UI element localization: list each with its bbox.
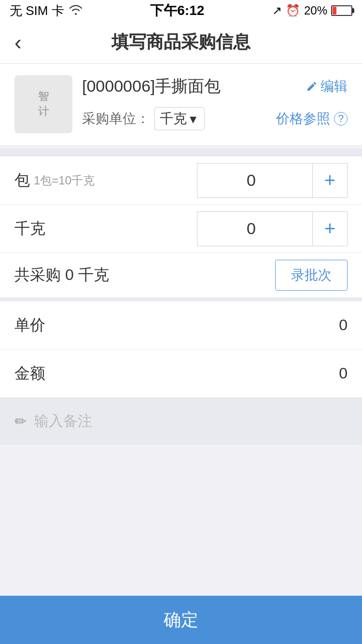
note-placeholder-text: 输入备注 bbox=[34, 411, 92, 431]
alarm-icon: ⏰ bbox=[286, 4, 300, 17]
help-icon: ? bbox=[334, 112, 348, 126]
pencil-icon: ✏ bbox=[14, 413, 27, 430]
product-name: [0000006]手撕面包 bbox=[82, 75, 221, 98]
kg-input-row: 千克 + bbox=[0, 205, 362, 253]
amount-label: 金额 bbox=[14, 363, 45, 384]
product-name-row: [0000006]手撕面包 编辑 bbox=[82, 75, 348, 98]
product-logo: 智 计 bbox=[38, 89, 49, 119]
wifi-icon bbox=[69, 3, 83, 18]
back-button[interactable]: ‹ bbox=[14, 32, 22, 53]
status-right: ↗ ⏰ 20% bbox=[272, 4, 352, 17]
battery-icon bbox=[331, 5, 352, 16]
bag-plus-button[interactable]: + bbox=[313, 163, 348, 198]
page-title: 填写商品采购信息 bbox=[111, 30, 251, 54]
nav-bar: ‹ 填写商品采购信息 bbox=[0, 21, 362, 64]
amount-value: 0 bbox=[339, 364, 348, 382]
bag-input-row: 包 1包=10千克 + bbox=[0, 156, 362, 205]
status-time: 下午6:12 bbox=[150, 1, 204, 20]
confirm-button[interactable]: 确定 bbox=[0, 596, 362, 644]
confirm-button-label: 确定 bbox=[164, 608, 198, 632]
quantity-input-section: 包 1包=10千克 + 千克 + bbox=[0, 156, 362, 253]
product-card: 智 计 [0000006]手撕面包 编辑 采购单位： 千克 ▾ bbox=[0, 64, 362, 149]
location-icon: ↗ bbox=[272, 4, 282, 17]
battery-pct: 20% bbox=[304, 4, 327, 17]
section-divider-1 bbox=[0, 149, 362, 156]
unit-row: 采购单位： 千克 ▾ 价格参照 ? bbox=[82, 107, 348, 130]
product-info: [0000006]手撕面包 编辑 采购单位： 千克 ▾ 价格参照 ? bbox=[82, 75, 348, 130]
kg-plus-button[interactable]: + bbox=[313, 211, 348, 246]
record-batch-button[interactable]: 录批次 bbox=[275, 260, 348, 291]
amount-row: 金额 0 bbox=[0, 350, 362, 398]
status-bar: 无 SIM 卡 下午6:12 ↗ ⏰ 20% bbox=[0, 0, 362, 21]
unit-price-value: 0 bbox=[339, 316, 348, 334]
bag-sublabel: 1包=10千克 bbox=[34, 173, 95, 188]
bag-quantity-input[interactable] bbox=[197, 163, 313, 198]
unit-price-row: 单价 0 bbox=[0, 301, 362, 350]
note-section[interactable]: ✏ 输入备注 bbox=[0, 398, 362, 445]
bag-label: 包 bbox=[14, 170, 30, 191]
product-thumbnail: 智 计 bbox=[14, 75, 72, 133]
bag-input-group: + bbox=[197, 163, 348, 198]
price-ref-button[interactable]: 价格参照 ? bbox=[276, 110, 348, 128]
price-section: 单价 0 金额 0 bbox=[0, 301, 362, 398]
dropdown-icon: ▾ bbox=[190, 111, 196, 127]
unit-select[interactable]: 千克 ▾ bbox=[154, 107, 205, 130]
carrier-label: 无 SIM 卡 bbox=[10, 2, 64, 19]
status-left: 无 SIM 卡 bbox=[10, 2, 83, 19]
kg-input-group: + bbox=[197, 211, 348, 246]
kg-label: 千克 bbox=[14, 218, 45, 239]
unit-label: 采购单位： 千克 ▾ bbox=[82, 107, 205, 130]
summary-row: 共采购 0 千克 录批次 bbox=[0, 253, 362, 301]
unit-price-label: 单价 bbox=[14, 315, 45, 336]
summary-text: 共采购 0 千克 bbox=[14, 265, 109, 286]
edit-button[interactable]: 编辑 bbox=[306, 77, 348, 96]
kg-quantity-input[interactable] bbox=[197, 211, 313, 246]
